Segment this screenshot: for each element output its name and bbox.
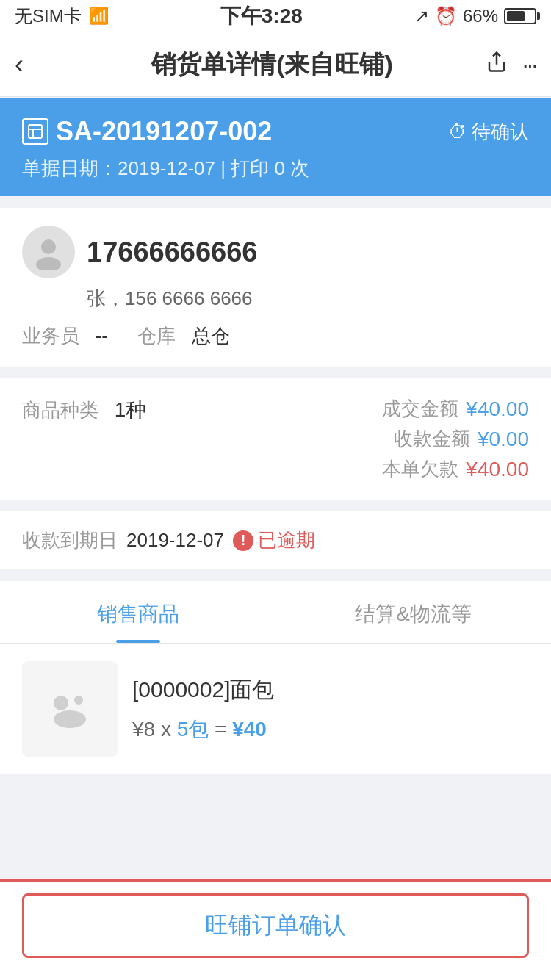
summary-section: 商品种类 1种 成交金额 ¥40.00 收款金额 ¥0.00 本单欠款 ¥40.… [0, 378, 551, 500]
order-id: SA-20191207-002 [22, 116, 272, 147]
summary-row: 商品种类 1种 成交金额 ¥40.00 收款金额 ¥0.00 本单欠款 ¥40.… [22, 396, 529, 482]
due-date-section: 收款到期日 2019-12-07 ! 已逾期 [0, 511, 551, 569]
customer-avatar [22, 226, 75, 278]
tabs-section: 销售商品 结算&物流等 [0000002]面包 ¥8 x 5包 = ¥40 [0, 581, 551, 774]
customer-top: 17666666666 [22, 226, 529, 278]
overdue-text: 已逾期 [258, 527, 315, 553]
equals-text: = [209, 718, 232, 741]
received-amount-item: 收款金额 ¥0.00 [394, 426, 529, 452]
tabs: 销售商品 结算&物流等 [0, 581, 551, 644]
order-header: SA-20191207-002 ⏱ 待确认 单据日期：2019-12-07 | … [0, 98, 551, 196]
warehouse-label: 仓库 [137, 325, 176, 347]
battery-icon [504, 8, 536, 24]
overdue-badge: ! 已逾期 [233, 527, 315, 553]
svg-point-3 [41, 239, 56, 254]
order-meta: 单据日期：2019-12-07 | 打印 0 次 [22, 156, 529, 181]
tab-settlement[interactable]: 结算&物流等 [276, 581, 551, 643]
product-item: [0000002]面包 ¥8 x 5包 = ¥40 [22, 661, 529, 757]
bottom-bar: 旺铺订单确认 [0, 879, 551, 980]
back-button[interactable]: ‹ [15, 49, 59, 80]
battery-text: 66% [463, 6, 498, 26]
received-amount-label: 收款金额 [394, 426, 470, 452]
carrier-text: 无SIM卡 [15, 4, 82, 28]
tab-sales-products[interactable]: 销售商品 [0, 581, 276, 643]
product-qty: 5包 [177, 718, 209, 741]
sales-value: -- [96, 325, 108, 347]
svg-point-4 [36, 257, 61, 270]
product-name: [0000002]面包 [132, 675, 529, 705]
customer-phone: 17666666666 [87, 237, 257, 268]
due-date-label: 收款到期日 [22, 527, 118, 553]
product-type-value: 1种 [115, 398, 147, 421]
owed-amount-label: 本单欠款 [382, 456, 458, 482]
product-type-label: 商品种类 [22, 399, 98, 421]
product-price: ¥8 x 5包 = ¥40 [132, 716, 529, 743]
status-bar-right: ↗ ⏰ 66% [414, 6, 536, 26]
more-button[interactable]: ··· [522, 52, 536, 77]
nav-bar: ‹ 销货单详情(来自旺铺) ··· [0, 32, 551, 97]
customer-section: 17666666666 张，156 6666 6666 业务员 -- 仓库 总仓 [0, 208, 551, 367]
alarm-icon: ⏰ [435, 6, 457, 26]
deal-amount-item: 成交金额 ¥40.00 [382, 396, 529, 422]
warehouse-value: 总仓 [192, 325, 230, 347]
customer-meta: 业务员 -- 仓库 总仓 [22, 323, 529, 349]
sales-label: 业务员 [22, 325, 79, 347]
nav-actions: ··· [486, 51, 536, 78]
order-header-top: SA-20191207-002 ⏱ 待确认 [22, 116, 529, 147]
owed-amount-item: 本单欠款 ¥40.00 [382, 456, 529, 482]
page-title: 销货单详情(来自旺铺) [59, 48, 486, 82]
customer-name: 张，156 6666 6666 [22, 286, 529, 311]
owed-amount-value: ¥40.00 [466, 458, 529, 481]
deal-amount-value: ¥40.00 [466, 397, 529, 421]
deal-amount-label: 成交金额 [382, 396, 458, 422]
svg-rect-0 [29, 125, 42, 138]
svg-point-7 [54, 710, 86, 728]
due-date-value: 2019-12-07 [126, 529, 224, 552]
product-info: [0000002]面包 ¥8 x 5包 = ¥40 [132, 675, 529, 743]
order-status: ⏱ 待确认 [448, 119, 529, 145]
product-total: ¥40 [232, 718, 267, 741]
overdue-icon: ! [233, 530, 253, 551]
svg-point-5 [54, 696, 68, 710]
order-id-icon [22, 118, 48, 145]
confirm-order-button[interactable]: 旺铺订单确认 [22, 893, 529, 958]
share-button[interactable] [486, 51, 508, 78]
status-text: 待确认 [472, 119, 529, 145]
time-display: 下午3:28 [220, 2, 303, 30]
wifi-icon: 📶 [89, 7, 109, 26]
received-amount-value: ¥0.00 [478, 428, 529, 451]
product-image [22, 661, 118, 757]
summary-right: 成交金额 ¥40.00 收款金额 ¥0.00 本单欠款 ¥40.00 [382, 396, 529, 482]
status-bar: 无SIM卡 📶 下午3:28 ↗ ⏰ 66% [0, 0, 551, 32]
location-icon: ↗ [414, 6, 429, 26]
product-list: [0000002]面包 ¥8 x 5包 = ¥40 [0, 644, 551, 774]
status-clock-icon: ⏱ [448, 120, 467, 143]
price-text: ¥8 x [132, 718, 177, 741]
svg-point-6 [74, 696, 83, 705]
summary-left: 商品种类 1种 [22, 396, 146, 424]
status-bar-left: 无SIM卡 📶 [15, 4, 109, 28]
